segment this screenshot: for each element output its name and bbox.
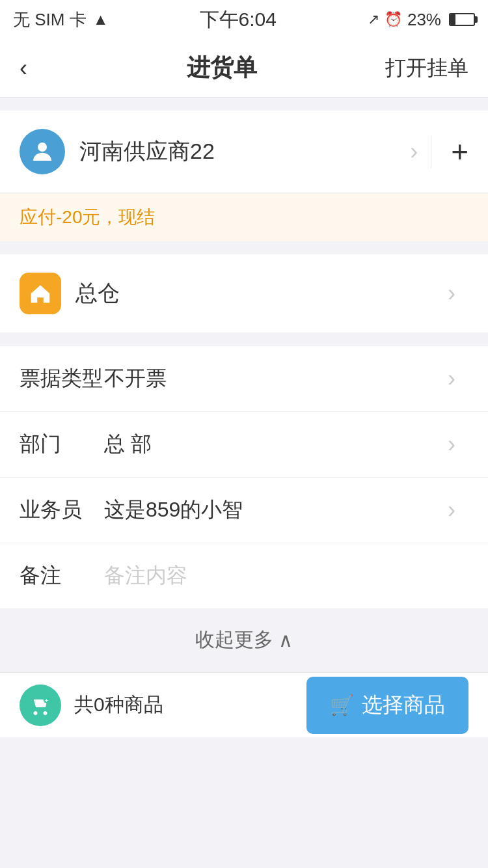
person-icon [29, 138, 56, 165]
supplier-name: 河南供应商22 [79, 137, 410, 167]
remark-label: 备注 [20, 562, 104, 590]
open-pending-button[interactable]: 打开挂单 [385, 54, 468, 83]
wifi-icon: ▲ [93, 10, 109, 29]
select-product-label: 选择商品 [362, 691, 445, 720]
page-title: 进货单 [187, 52, 257, 84]
chevron-right-icon: › [410, 138, 418, 165]
department-label: 部门 [20, 430, 104, 459]
warehouse-section: 总仓 › [0, 254, 488, 332]
divider-3 [0, 332, 488, 346]
supplier-avatar [20, 129, 65, 174]
add-supplier-button[interactable]: + [451, 134, 468, 169]
form-section: 票据类型 不开票 › 部门 总 部 › 业务员 这是859的小智 › 备注 备注… [0, 346, 488, 608]
warehouse-row[interactable]: 总仓 › [0, 254, 488, 332]
remark-input[interactable]: 备注内容 [104, 562, 468, 590]
nav-bar: ‹ 进货单 打开挂单 [0, 39, 488, 98]
divider-1 [0, 98, 488, 111]
battery-icon [449, 13, 475, 26]
divider-2 [0, 241, 488, 254]
warehouse-name: 总仓 [75, 278, 448, 308]
status-bar: 无 SIM 卡 ▲ 下午6:04 ↗ ⏰ 23% [0, 0, 488, 39]
department-row[interactable]: 部门 总 部 › [0, 411, 488, 477]
salesperson-value: 这是859的小智 [104, 496, 448, 524]
notice-text: 应付-20元，现结 [20, 207, 155, 227]
invoice-type-label: 票据类型 [20, 364, 104, 393]
bottom-bar: + 共0种商品 🛒 选择商品 [0, 672, 488, 737]
vertical-divider [431, 135, 431, 168]
location-icon: ↗ [368, 11, 379, 28]
salesperson-chevron: › [448, 496, 455, 524]
warehouse-chevron-icon: › [448, 280, 455, 307]
status-left: 无 SIM 卡 ▲ [13, 8, 108, 31]
department-chevron: › [448, 431, 455, 458]
notice-banner: 应付-20元，现结 [0, 193, 488, 241]
cart-icon: + [29, 694, 52, 717]
select-product-icon: 🛒 [330, 694, 354, 716]
department-value: 总 部 [104, 430, 448, 459]
house-icon [28, 281, 53, 306]
invoice-type-row[interactable]: 票据类型 不开票 › [0, 346, 488, 411]
supplier-row[interactable]: 河南供应商22 › + [0, 111, 488, 193]
battery-percent: 23% [407, 10, 441, 30]
content-background [0, 737, 488, 868]
remark-row[interactable]: 备注 备注内容 [0, 543, 488, 608]
salesperson-label: 业务员 [20, 496, 104, 524]
select-product-button[interactable]: 🛒 选择商品 [306, 677, 468, 734]
carrier-text: 无 SIM 卡 [13, 8, 87, 31]
invoice-type-chevron: › [448, 365, 455, 392]
salesperson-row[interactable]: 业务员 这是859的小智 › [0, 477, 488, 543]
back-button[interactable]: ‹ [20, 55, 59, 82]
status-time: 下午6:04 [200, 7, 277, 33]
supplier-section: 河南供应商22 › + 应付-20元，现结 [0, 111, 488, 241]
invoice-type-value: 不开票 [104, 364, 448, 393]
warehouse-icon [20, 273, 61, 314]
svg-point-0 [38, 142, 47, 152]
product-count: 共0种商品 [74, 692, 306, 718]
collapse-arrow-icon: ∧ [278, 629, 293, 651]
product-cart-icon: + [20, 685, 61, 726]
status-right: ↗ ⏰ 23% [368, 10, 475, 30]
svg-text:+: + [45, 697, 48, 703]
collapse-row[interactable]: 收起更多 ∧ [0, 608, 488, 671]
alarm-icon: ⏰ [385, 11, 402, 28]
collapse-label: 收起更多 [195, 627, 273, 653]
